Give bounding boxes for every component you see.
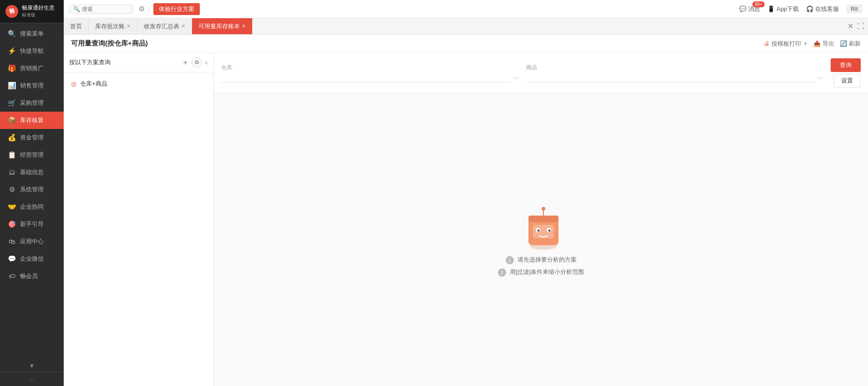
refresh-btn[interactable]: 🔄 刷新 [840,40,861,48]
warehouse-field: 仓库 ··· [221,64,519,82]
filter-header: 按以下方案查询 ＋ ⚙ « [64,53,213,72]
sidebar-item-label: 库存核算 [20,116,44,124]
sidebar-item-shortcut[interactable]: ⚡ 快捷导航 [0,42,64,60]
experience-btn[interactable]: 体验行业方案 [153,3,200,15]
sidebar-item-sales[interactable]: 📊 销售管理 [0,77,64,94]
sidebar-item-label: 畅会员 [20,272,38,280]
hint2-text: 用[过滤]条件来缩小分析范围 [510,268,584,276]
search-icon: 🔍 [7,30,16,38]
sidebar-item-purchase[interactable]: 🛒 采购管理 [0,94,64,112]
print-btn[interactable]: 🖨 按模板打印 ▼ [764,40,808,48]
user-btn[interactable]: Rit [846,5,863,13]
svg-rect-3 [533,225,554,238]
tab-close-batch[interactable]: ✕ [127,23,131,29]
topbar: 🔍 ⚙ | 体验行业方案 💬 消息 99+ 📱 App下载 🎧 在线客服 Rit [64,0,868,18]
sidebar-item-label: 采购管理 [20,99,44,107]
tab-batch[interactable]: 库存批次账 ✕ [89,18,137,34]
search-input[interactable] [82,6,127,12]
add-scheme-btn[interactable]: ＋ [182,58,189,67]
sidebar: 畅 畅康通好生意 标准版 🔍 搜索菜单 ⚡ 快捷导航 🎁 营销推广 📊 销售管理… [0,0,64,386]
tab-bar: 首页 库存批次账 ✕ 收发存汇总表 ✕ 可用量库存账本 ✕ ✕ ⛶ [64,18,868,35]
purchase-icon: 🛒 [7,99,16,107]
sidebar-item-enterprise[interactable]: 🤝 企业协同 [0,198,64,216]
topbar-search-box[interactable]: 🔍 [69,5,133,14]
hint1-text: 请先选择要分析的方案 [518,256,577,264]
tab-available[interactable]: 可用量库存账本 ✕ [192,18,253,34]
app-badge: 标准版 [22,12,55,18]
basic-icon: 🗂 [7,168,16,176]
tab-summary[interactable]: 收发存汇总表 ✕ [137,18,192,34]
sidebar-item-label: 新手引导 [20,220,44,228]
scheme-item-warehouse[interactable]: ◎ 仓库+商品 [64,76,213,92]
sidebar-item-label: 企业微信 [20,255,44,263]
svg-point-7 [548,230,550,232]
system-icon: ⚙ [7,185,16,194]
sidebar-item-appstore[interactable]: 🛍 应用中心 [0,233,64,250]
app-logo: 畅 [5,5,18,18]
query-button[interactable]: 查询 [831,58,861,72]
shortcut-icon: ⚡ [7,47,16,55]
filter-panel: 按以下方案查询 ＋ ⚙ « ◎ 仓库+商品 [64,53,214,386]
print-icon: 🖨 [764,40,770,47]
sidebar-item-system[interactable]: ⚙ 系统管理 [0,181,64,198]
sidebar-item-marketing[interactable]: 🎁 营销推广 [0,60,64,77]
sales-icon: 📊 [7,82,16,90]
message-badge: 99+ [752,1,765,7]
product-input[interactable] [526,73,816,82]
app-title: 畅康通好生意 [22,5,55,12]
chevron-down-icon[interactable]: ▼ [803,41,808,46]
sidebar-item-label: 营销推广 [20,64,44,72]
finance-icon: 💰 [7,134,16,142]
sidebar-item-label: 快捷导航 [20,47,44,55]
product-more-btn[interactable]: ··· [817,74,823,82]
sidebar-bottom[interactable]: ··· [0,372,64,386]
tab-expand-btn[interactable]: ⛶ [857,22,864,31]
sidebar-item-label: 经营管理 [20,151,44,159]
tab-close-all-btn[interactable]: ✕ [848,22,853,31]
sidebar-item-label: 基础信息 [20,168,44,176]
product-label: 商品 [526,64,824,72]
appstore-icon: 🛍 [7,237,16,245]
tab-close-summary[interactable]: ✕ [181,23,185,29]
tab-close-available[interactable]: ✕ [242,23,246,29]
sidebar-item-inventory[interactable]: 📦 库存核算 [0,112,64,129]
sidebar-scroll-down[interactable]: ▼ [0,360,64,372]
newbie-icon: 🎯 [7,220,16,228]
sidebar-item-search[interactable]: 🔍 搜索菜单 [0,25,64,42]
svg-point-6 [537,230,539,232]
message-btn[interactable]: 💬 消息 99+ [739,5,760,13]
page-header-actions: 🖨 按模板打印 ▼ 📤 导出 🔄 刷新 [764,40,861,48]
warehouse-input[interactable] [221,73,511,82]
tabs-actions: ✕ ⛶ [848,22,868,31]
page-header: 可用量查询(按仓库+商品) 🖨 按模板打印 ▼ 📤 导出 🔄 刷新 [64,35,868,53]
sidebar-header: 畅 畅康通好生意 标准版 [0,0,64,23]
collapse-panel-btn[interactable]: « [204,59,208,66]
app-download-btn[interactable]: 📱 App下载 [767,5,799,13]
tab-home[interactable]: 首页 [64,18,89,34]
sidebar-item-label: 搜索菜单 [20,30,44,38]
scheme-icon: ◎ [71,80,76,87]
inventory-icon: 📦 [7,116,16,124]
page-title: 可用量查询(按仓库+商品) [71,39,148,48]
scheme-item-label: 仓库+商品 [80,80,107,88]
sidebar-item-operation[interactable]: 📋 经营管理 [0,146,64,164]
message-icon: 💬 [739,5,746,12]
sidebar-item-basic[interactable]: 🗂 基础信息 [0,164,64,181]
sidebar-item-member[interactable]: 🏷 畅会员 [0,268,64,285]
sidebar-item-newbie[interactable]: 🎯 新手引导 [0,216,64,233]
empty-state: 1 请先选择要分析的方案 2 用[过滤]条件来缩小分析范围 [214,93,868,386]
export-btn[interactable]: 📤 导出 [813,40,834,48]
service-btn[interactable]: 🎧 在线客服 [806,5,839,13]
sidebar-item-finance[interactable]: 💰 资金管理 [0,129,64,146]
settings-button[interactable]: 设置 [833,74,861,87]
filter-header-label: 按以下方案查询 [69,58,111,67]
sidebar-item-label: 企业协同 [20,203,44,211]
empty-hint-2: 2 用[过滤]条件来缩小分析范围 [498,268,584,277]
sidebar-item-label: 资金管理 [20,134,44,142]
member-icon: 🏷 [7,272,16,280]
warehouse-more-btn[interactable]: ··· [513,74,518,82]
sidebar-item-wechat[interactable]: 💬 企业微信 [0,250,64,268]
gear-icon[interactable]: ⚙ [138,5,145,13]
empty-illustration [518,203,564,248]
scheme-settings-btn[interactable]: ⚙ [192,57,202,67]
